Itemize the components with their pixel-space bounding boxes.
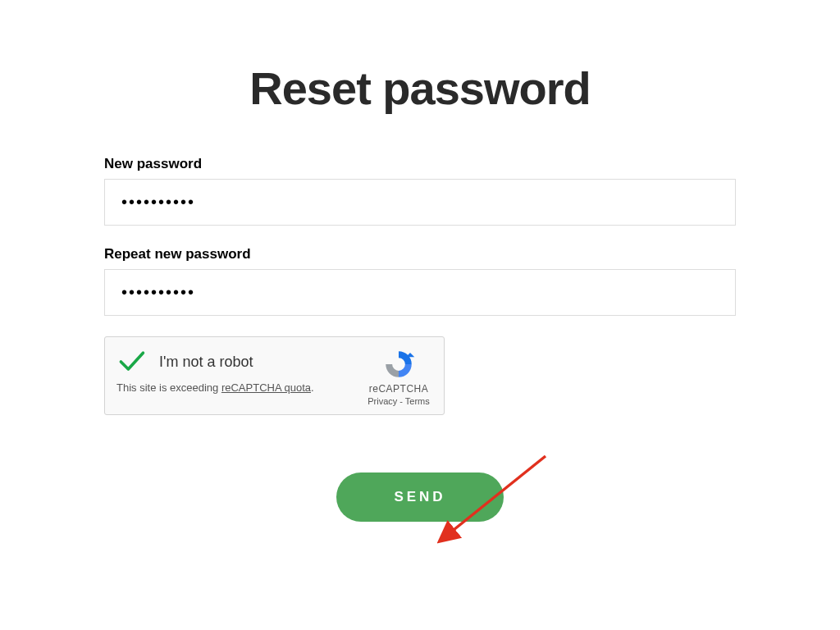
page-title: Reset password [104,62,736,115]
repeat-password-group: Repeat new password [104,246,736,316]
recaptcha-links: Privacy - Terms [368,396,430,406]
recaptcha-brand: reCAPTCHA [369,383,429,395]
new-password-group: New password [104,156,736,226]
recaptcha-widget[interactable]: I'm not a robot This site is exceeding r… [104,336,445,415]
recaptcha-terms-link[interactable]: Terms [405,396,430,406]
recaptcha-quota-link[interactable]: reCAPTCHA quota [221,381,311,394]
repeat-password-label: Repeat new password [104,246,736,262]
new-password-input[interactable] [104,179,736,226]
checkmark-icon [116,347,146,377]
recaptcha-logo-icon [381,347,416,381]
recaptcha-label: I'm not a robot [159,354,253,371]
send-button[interactable]: SEND [336,472,503,522]
new-password-label: New password [104,156,736,172]
recaptcha-privacy-link[interactable]: Privacy [368,396,397,406]
repeat-password-input[interactable] [104,269,736,316]
recaptcha-warning: This site is exceeding reCAPTCHA quota. [116,381,365,394]
